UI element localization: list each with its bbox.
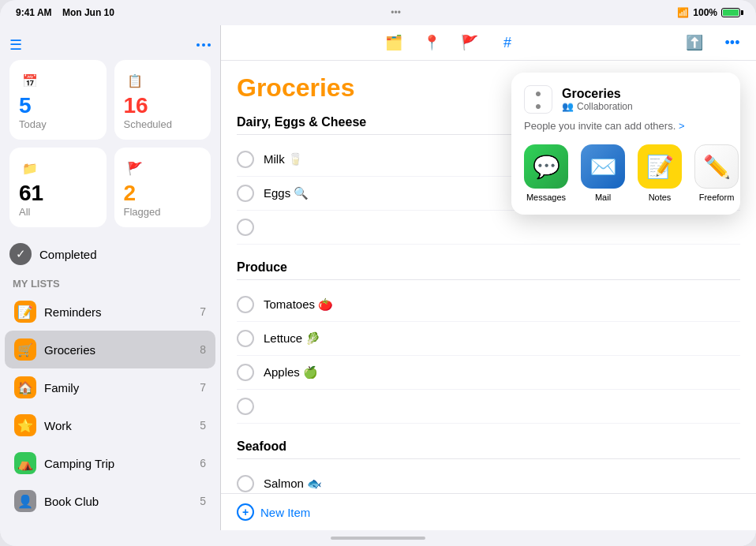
reminder-tomatoes: Tomatoes 🍅 <box>237 288 740 322</box>
toolbar-flag-icon[interactable]: 🚩 <box>458 32 481 54</box>
sidebar-item-bookclub[interactable]: 👤 Book Club 5 <box>5 482 215 520</box>
sidebar: ☰ 📅 5 Today 📋 16 Scheduled 📁 <box>0 25 221 530</box>
flagged-label: Flagged <box>124 206 161 218</box>
share-list-name: Groceries <box>562 87 633 101</box>
reminder-milk-text: Milk 🥛 <box>264 152 303 166</box>
bookclub-icon: 👤 <box>14 490 36 512</box>
groceries-count: 8 <box>200 343 206 356</box>
camping-name: Camping Trip <box>44 457 192 470</box>
family-name: Family <box>44 381 192 395</box>
reminders-icon: 📝 <box>14 301 36 323</box>
toolbar-hash-icon[interactable]: # <box>496 32 518 54</box>
sidebar-item-camping[interactable]: ⛺ Camping Trip 6 <box>5 444 215 482</box>
all-icon: 📁 <box>19 157 41 179</box>
sidebar-more-icon[interactable] <box>196 43 211 47</box>
home-indicator <box>0 530 756 546</box>
device-frame: 9:41 AM Mon Jun 10 ••• 📶 100% ☰ <box>0 0 756 546</box>
freeform-label: Freeform <box>699 193 735 202</box>
camping-count: 6 <box>200 457 206 469</box>
bookclub-name: Book Club <box>44 495 192 508</box>
sidebar-toggle-icon[interactable]: ☰ <box>9 36 22 54</box>
sidebar-item-family[interactable]: 🏠 Family 7 <box>5 368 215 406</box>
reminder-milk-circle[interactable] <box>237 151 254 168</box>
sidebar-top-bar: ☰ <box>0 33 220 60</box>
completed-icon: ✓ <box>9 243 32 265</box>
toolbar-location-icon[interactable]: 📍 <box>421 32 443 54</box>
sidebar-item-reminders[interactable]: 📝 Reminders 7 <box>5 293 215 331</box>
toolbar-inbox-icon[interactable]: 🗂️ <box>383 32 405 54</box>
reminder-tomatoes-text: Tomatoes 🍅 <box>264 297 333 312</box>
share-list-icon: ●● <box>524 85 552 114</box>
bookclub-count: 5 <box>200 495 206 507</box>
share-app-mail[interactable]: ✉️ Mail <box>581 144 625 202</box>
reminder-salmon: Salmon 🐟 <box>237 467 740 493</box>
completed-label: Completed <box>39 248 97 261</box>
scheduled-icon: 📋 <box>124 69 146 92</box>
scheduled-count: 16 <box>124 95 148 117</box>
new-item-row[interactable]: + New Item <box>221 493 756 530</box>
scheduled-tile[interactable]: 📋 16 Scheduled <box>114 60 211 140</box>
mail-label: Mail <box>595 193 611 202</box>
status-right: 📶 100% <box>677 7 740 18</box>
reminder-eggs-text: Eggs 🔍 <box>264 186 309 200</box>
status-center: ••• <box>391 7 401 18</box>
toolbar-share-icon[interactable]: ⬆️ <box>683 32 705 54</box>
status-time: 9:41 AM Mon Jun 10 <box>16 7 114 18</box>
reminder-lettuce-text: Lettuce 🥬 <box>264 331 320 346</box>
notes-icon: 📝 <box>638 144 682 189</box>
flagged-count: 2 <box>124 182 137 204</box>
notes-label: Notes <box>649 193 672 202</box>
add-list-button[interactable]: Add List <box>0 520 220 530</box>
reminder-lettuce-circle[interactable] <box>237 330 254 347</box>
camping-icon: ⛺ <box>14 452 36 474</box>
section-seafood: Seafood Salmon 🐟 <box>237 439 740 493</box>
reminders-count: 7 <box>200 305 206 318</box>
all-tile[interactable]: 📁 61 All <box>9 148 107 227</box>
section-produce-title: Produce <box>237 260 740 280</box>
work-icon: ⭐ <box>14 414 36 436</box>
scheduled-label: Scheduled <box>124 118 172 130</box>
share-header: ●● Groceries 👥 Collaboration <box>524 85 728 114</box>
home-bar <box>331 537 425 540</box>
reminder-apples-circle[interactable] <box>237 364 254 381</box>
share-invite-link[interactable]: > <box>679 120 685 132</box>
status-bar: 9:41 AM Mon Jun 10 ••• 📶 100% <box>0 0 756 25</box>
mail-icon: ✉️ <box>581 144 625 189</box>
share-app-notes[interactable]: 📝 Notes <box>638 144 682 202</box>
share-list-info: Groceries 👥 Collaboration <box>562 87 633 112</box>
flagged-icon: 🚩 <box>124 157 146 179</box>
reminder-tomatoes-circle[interactable] <box>237 296 254 313</box>
groceries-name: Groceries <box>44 343 192 357</box>
all-count: 61 <box>19 182 43 204</box>
reminder-dairy-empty <box>237 211 740 245</box>
share-apps: 💬 Messages ✉️ Mail 📝 Notes ✏️ Freeform <box>524 144 728 202</box>
reminder-eggs-circle[interactable] <box>237 185 254 202</box>
reminder-lettuce: Lettuce 🥬 <box>237 322 740 356</box>
family-count: 7 <box>200 381 206 394</box>
section-seafood-title: Seafood <box>237 439 740 459</box>
sidebar-item-work[interactable]: ⭐ Work 5 <box>5 406 215 444</box>
flagged-tile[interactable]: 🚩 2 Flagged <box>114 148 211 227</box>
sidebar-item-groceries[interactable]: 🛒 Groceries 8 <box>5 331 215 368</box>
share-app-messages[interactable]: 💬 Messages <box>524 144 568 202</box>
reminder-produce-empty-circle[interactable] <box>237 398 254 415</box>
battery-icon <box>721 8 740 17</box>
completed-row[interactable]: ✓ Completed <box>0 237 220 271</box>
today-count: 5 <box>19 95 32 117</box>
reminder-salmon-circle[interactable] <box>237 475 254 492</box>
today-tile[interactable]: 📅 5 Today <box>9 60 107 140</box>
today-icon: 📅 <box>19 69 41 92</box>
toolbar-more-icon[interactable]: ••• <box>721 32 743 54</box>
work-count: 5 <box>200 419 206 432</box>
share-app-freeform[interactable]: ✏️ Freeform <box>694 144 739 202</box>
groceries-icon: 🛒 <box>14 338 36 361</box>
section-produce: Produce Tomatoes 🍅 Lettuce 🥬 Apples 🍏 <box>237 260 740 424</box>
new-item-plus-icon: + <box>237 503 254 521</box>
all-label: All <box>19 206 30 218</box>
reminder-dairy-empty-circle[interactable] <box>237 219 254 236</box>
detail-pane: 🗂️ 📍 🚩 # ⬆️ ••• Groceries Dairy, Eggs & … <box>221 25 756 530</box>
new-item-label: New Item <box>260 506 310 519</box>
share-collab-label: 👥 Collaboration <box>562 101 633 112</box>
reminder-apples-text: Apples 🍏 <box>264 365 318 380</box>
wifi-icon: 📶 <box>677 7 689 18</box>
